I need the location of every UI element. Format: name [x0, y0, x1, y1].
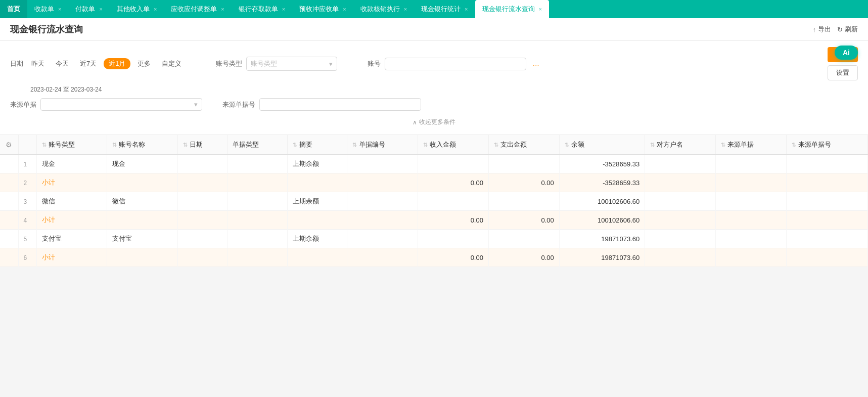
date-opt-more[interactable]: 更多	[133, 58, 155, 69]
refresh-button[interactable]: ↻ 刷新	[837, 25, 858, 34]
row-source-doc-no	[786, 211, 867, 230]
nav-close-cash-bank-stat[interactable]: ×	[465, 0, 468, 18]
row-source-doc-no	[786, 248, 867, 267]
nav-item-other-income[interactable]: 其他收入单 ×	[110, 0, 164, 18]
sort-icon-summary: ⇅	[293, 142, 297, 148]
date-opt-yesterday[interactable]: 昨天	[27, 58, 49, 69]
nav-item-receipt[interactable]: 收款单 ×	[27, 0, 68, 18]
nav-close-ap-adjust[interactable]: ×	[221, 0, 224, 18]
row-source-doc-no	[786, 173, 867, 192]
nav-close-collection-exec[interactable]: ×	[404, 0, 407, 18]
sort-icon-balance: ⇅	[565, 142, 569, 148]
nav-item-cash-bank-stat[interactable]: 现金银行统计 ×	[414, 0, 475, 18]
date-opt-custom[interactable]: 自定义	[158, 58, 186, 69]
row-doc-no	[347, 211, 418, 230]
nav-item-home[interactable]: 首页	[0, 0, 27, 18]
page-header: 现金银行流水查询 ↑ 导出 ↻ 刷新	[0, 18, 868, 41]
nav-item-payment[interactable]: 付款单 ×	[68, 0, 109, 18]
row-date	[178, 173, 227, 192]
row-source-doc	[716, 155, 787, 173]
th-summary[interactable]: ⇅ 摘要	[287, 135, 347, 155]
row-account-type: 小计	[36, 211, 107, 230]
account-type-select[interactable]: 账号类型 ▾	[246, 57, 337, 71]
row-seq: 3	[18, 192, 36, 211]
row-source-doc	[716, 192, 787, 211]
nav-item-ap-adjust[interactable]: 应收应付调整单 ×	[164, 0, 231, 18]
collapse-bar[interactable]: ∧ 收起更多条件	[10, 116, 858, 128]
nav-item-cash-bank-flow[interactable]: 现金银行流水查询 ×	[475, 0, 549, 18]
nav-item-advance-offset[interactable]: 预收冲应收单 ×	[292, 0, 353, 18]
th-gear: ⚙	[0, 135, 18, 155]
th-source-doc[interactable]: ⇅ 来源单据	[716, 135, 787, 155]
gear-icon[interactable]: ⚙	[6, 141, 12, 149]
row-account-type: 小计	[36, 248, 107, 267]
row-account-type: 微信	[36, 192, 107, 211]
row-source-doc-no	[786, 230, 867, 248]
row-account-type: 支付宝	[36, 230, 107, 248]
table-row: 4 小计 0.00 0.00 100102606.60	[0, 211, 868, 230]
row-gear	[0, 211, 18, 230]
filter-row-2: 来源单据 ▾ 来源单据号	[10, 98, 858, 111]
th-income[interactable]: ⇅ 收入金额	[418, 135, 489, 155]
date-opt-1month[interactable]: 近1月	[104, 58, 130, 69]
account-dots-button[interactable]: ...	[530, 59, 541, 68]
row-date	[178, 230, 227, 248]
row-doc-type	[227, 173, 287, 192]
row-source-doc	[716, 211, 787, 230]
th-source-doc-no[interactable]: ⇅ 来源单据号	[786, 135, 867, 155]
account-label: 账号	[368, 59, 381, 68]
ai-badge[interactable]: Ai	[835, 46, 858, 60]
row-date	[178, 192, 227, 211]
source-doc-select[interactable]: ▾	[40, 98, 202, 111]
filter-area: 日期 昨天 今天 近7天 近1月 更多 自定义 账号类型 账号类型 ▾ 账号 .…	[0, 41, 868, 135]
row-source-doc	[716, 230, 787, 248]
cash-flow-table: ⚙ ⇅ 账号类型 ⇅ 账号名称 ⇅	[0, 135, 868, 267]
source-doc-no-input[interactable]	[259, 98, 421, 111]
th-doc-no[interactable]: ⇅ 单据编号	[347, 135, 418, 155]
nav-close-payment[interactable]: ×	[99, 0, 102, 18]
page-title: 现金银行流水查询	[10, 23, 83, 35]
table-body: 1 现金 现金 上期余额 -3528659.33 2 小计 0.00 0.00 …	[0, 155, 868, 267]
row-expense	[488, 192, 559, 211]
nav-label-cash-bank-flow: 现金银行流水查询	[482, 0, 535, 18]
settings-button[interactable]: 设置	[828, 65, 858, 80]
row-balance: 100102606.60	[559, 192, 645, 211]
th-balance[interactable]: ⇅ 余额	[559, 135, 645, 155]
date-opt-7days[interactable]: 近7天	[76, 58, 101, 69]
nav-close-advance-offset[interactable]: ×	[343, 0, 346, 18]
account-input[interactable]	[385, 58, 526, 70]
row-gear	[0, 230, 18, 248]
nav-item-bank-deposit[interactable]: 银行存取款单 ×	[232, 0, 292, 18]
row-income: 0.00	[418, 248, 489, 267]
row-income	[418, 155, 489, 173]
row-account-name	[107, 173, 178, 192]
sort-icon-account-type: ⇅	[42, 142, 47, 148]
row-doc-type	[227, 192, 287, 211]
th-doc-type: 单据类型	[227, 135, 287, 155]
nav-close-receipt[interactable]: ×	[58, 0, 61, 18]
th-account-name[interactable]: ⇅ 账号名称	[107, 135, 178, 155]
date-options: 昨天 今天 近7天 近1月 更多 自定义	[27, 58, 186, 69]
table-row: 2 小计 0.00 0.00 -3528659.33	[0, 173, 868, 192]
collapse-up-icon: ∧	[413, 119, 417, 126]
nav-close-other-income[interactable]: ×	[154, 0, 157, 18]
date-opt-today[interactable]: 今天	[52, 58, 73, 69]
row-income: 0.00	[418, 211, 489, 230]
date-filter-group: 日期 昨天 今天 近7天 近1月 更多 自定义	[10, 58, 186, 69]
row-balance: 19871073.60	[559, 230, 645, 248]
export-button[interactable]: ↑ 导出	[813, 25, 832, 34]
nav-close-cash-bank-flow[interactable]: ×	[539, 0, 542, 18]
row-summary: 上期余额	[287, 230, 347, 248]
th-expense[interactable]: ⇅ 支出金额	[488, 135, 559, 155]
row-gear	[0, 248, 18, 267]
nav-item-collection-exec[interactable]: 收款核销执行 ×	[353, 0, 414, 18]
row-balance: 100102606.60	[559, 211, 645, 230]
sort-icon-account-name: ⇅	[112, 142, 117, 148]
row-expense: 0.00	[488, 248, 559, 267]
nav-close-bank-deposit[interactable]: ×	[282, 0, 285, 18]
source-doc-label: 来源单据	[10, 100, 36, 109]
nav-label-home: 首页	[7, 0, 20, 18]
th-counterpart[interactable]: ⇅ 对方户名	[645, 135, 716, 155]
th-date[interactable]: ⇅ 日期	[178, 135, 227, 155]
th-account-type[interactable]: ⇅ 账号类型	[36, 135, 107, 155]
